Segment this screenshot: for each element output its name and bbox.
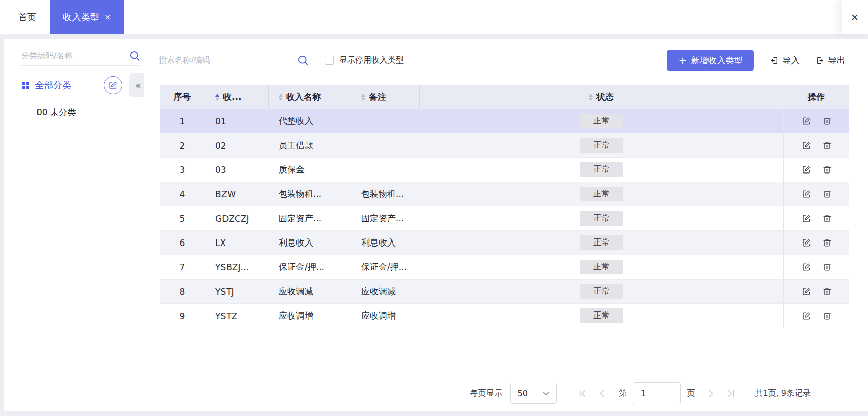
column-header-4[interactable]: 备注 <box>351 85 420 109</box>
add-income-type-label: 新增收入类型 <box>691 55 742 66</box>
category-search <box>21 46 140 66</box>
window-close-button[interactable]: ✕ <box>842 0 868 34</box>
import-button[interactable]: 导入 <box>770 55 800 66</box>
delete-icon[interactable] <box>823 141 832 150</box>
column-header-3[interactable]: 收入名称 <box>269 85 351 109</box>
category-all-row[interactable]: 全部分类 <box>21 75 122 95</box>
delete-icon[interactable] <box>823 263 832 271</box>
row-actions <box>783 133 849 157</box>
column-header-2[interactable]: 收... <box>205 85 269 109</box>
delete-icon[interactable] <box>823 117 832 125</box>
income-status: 正常 <box>420 158 783 182</box>
income-name: 应收调减 <box>269 280 351 303</box>
row-index: 7 <box>160 255 205 279</box>
income-name: 质保金 <box>269 158 351 182</box>
edit-icon[interactable] <box>802 165 811 174</box>
export-button[interactable]: 导出 <box>816 55 845 66</box>
table-row[interactable]: 9YSTZ应收调增应收调增正常 <box>160 304 849 328</box>
plus-icon: + <box>678 55 687 65</box>
income-type-table: 序号收...收入名称备注状态操作 101代垫收入正常202员工借款正常303质保… <box>160 85 849 328</box>
income-status: 正常 <box>420 133 783 157</box>
search-icon[interactable] <box>129 50 140 61</box>
search-icon[interactable] <box>297 55 309 66</box>
status-badge: 正常 <box>580 211 623 226</box>
sort-arrows-icon[interactable] <box>361 94 365 101</box>
prev-page-button[interactable] <box>598 389 607 398</box>
column-label: 收入名称 <box>286 91 321 103</box>
delete-icon[interactable] <box>823 190 832 198</box>
page-size-value: 50 <box>517 389 527 398</box>
import-icon <box>770 56 779 65</box>
income-note <box>351 133 420 157</box>
income-code: 01 <box>205 109 269 133</box>
row-actions <box>783 109 849 133</box>
table-row[interactable]: 202员工借款正常 <box>160 133 849 158</box>
table-row[interactable]: 8YSTJ应收调减应收调减正常 <box>160 280 849 304</box>
grid-icon <box>21 81 30 90</box>
delete-icon[interactable] <box>823 287 832 296</box>
pagination: 每页显示 50 第 页 <box>160 376 849 410</box>
edit-icon[interactable] <box>802 214 811 223</box>
tab-home[interactable]: 首页 <box>5 0 50 34</box>
table-row[interactable]: 101代垫收入正常 <box>160 109 849 133</box>
tab-income-type[interactable]: 收入类型 × <box>50 0 124 34</box>
status-badge: 正常 <box>580 114 623 128</box>
income-name: 固定资产... <box>269 206 351 230</box>
page-number-input[interactable] <box>633 382 681 404</box>
sort-arrows-icon[interactable] <box>589 94 593 101</box>
edit-icon[interactable] <box>802 311 811 320</box>
table-row[interactable]: 5GDZCZJ固定资产...固定资产...正常 <box>160 206 849 231</box>
page-size-select[interactable]: 50 <box>510 383 557 404</box>
tab-bar: 首页 收入类型 × <box>0 0 868 34</box>
page-prefix-label: 第 <box>619 388 627 399</box>
delete-icon[interactable] <box>823 214 832 223</box>
edit-icon[interactable] <box>802 287 811 296</box>
table-row[interactable]: 303质保金正常 <box>160 158 849 182</box>
category-sidebar: 全部分类 « 00 未分类 <box>4 39 144 411</box>
row-index: 5 <box>160 206 205 230</box>
sort-arrows-icon[interactable] <box>279 94 283 101</box>
edit-icon[interactable] <box>802 117 811 125</box>
income-code: YSBZJ... <box>205 255 269 279</box>
first-page-button[interactable] <box>578 389 587 398</box>
delete-icon[interactable] <box>823 238 832 247</box>
add-income-type-button[interactable]: + 新增收入类型 <box>667 50 754 71</box>
show-disabled-checkbox[interactable] <box>325 56 334 65</box>
edit-icon[interactable] <box>802 190 811 198</box>
table-body: 101代垫收入正常202员工借款正常303质保金正常4BZW包装物租...包装物… <box>160 109 849 328</box>
column-header-5[interactable]: 状态 <box>420 85 783 109</box>
income-note: 利息收入 <box>351 231 420 255</box>
table-row[interactable]: 6LX利息收入利息收入正常 <box>160 231 849 255</box>
income-code: BZW <box>205 182 269 206</box>
close-icon: ✕ <box>851 12 859 23</box>
next-page-button[interactable] <box>707 389 715 398</box>
sort-arrows-icon[interactable] <box>215 94 219 101</box>
category-search-input[interactable] <box>21 51 129 60</box>
table-search-input[interactable] <box>159 55 297 65</box>
sidebar-item-uncategorized[interactable]: 00 未分类 <box>36 107 76 118</box>
tab-close-icon[interactable]: × <box>104 13 111 21</box>
row-actions <box>783 206 849 230</box>
income-code: YSTZ <box>205 304 269 328</box>
edit-category-button[interactable] <box>104 76 122 94</box>
edit-icon[interactable] <box>802 263 811 271</box>
export-label: 导出 <box>828 55 845 66</box>
column-header-1: 序号 <box>160 85 205 109</box>
income-code: LX <box>205 231 269 255</box>
delete-icon[interactable] <box>823 165 832 174</box>
table-search <box>159 50 309 71</box>
column-label: 状态 <box>596 91 614 103</box>
table-row[interactable]: 7YSBZJ...保证金/押...保证金/押...正常 <box>160 255 849 280</box>
row-index: 2 <box>160 133 205 157</box>
delete-icon[interactable] <box>823 311 832 320</box>
last-page-button[interactable] <box>727 389 735 398</box>
show-disabled-checkbox-row[interactable]: 显示停用收入类型 <box>325 55 404 66</box>
edit-icon[interactable] <box>802 238 811 247</box>
per-page-label: 每页显示 <box>470 388 502 399</box>
table-row[interactable]: 4BZW包装物租...包装物租...正常 <box>160 182 849 206</box>
column-label: 备注 <box>369 91 386 103</box>
status-badge: 正常 <box>580 284 623 299</box>
income-name: 包装物租... <box>269 182 351 206</box>
edit-icon[interactable] <box>802 141 811 150</box>
status-badge: 正常 <box>580 162 623 177</box>
